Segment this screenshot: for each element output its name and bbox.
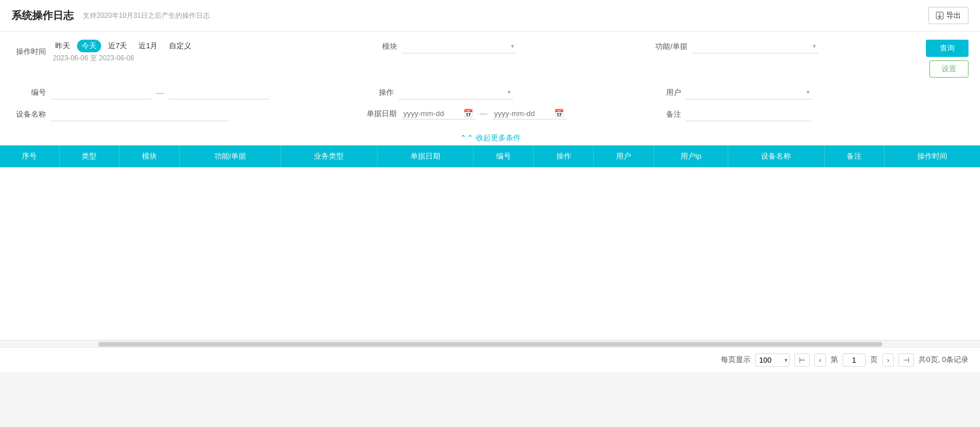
remark-input[interactable] xyxy=(686,107,812,121)
empty-row xyxy=(0,167,980,340)
voucher-date-filter-cell: 单据日期 📅 — 📅 xyxy=(359,107,629,120)
user-filter-cell: 用户 ▾ xyxy=(647,86,917,99)
time-btn-1month[interactable]: 近1月 xyxy=(134,40,162,52)
func-label: 功能/单据 xyxy=(653,41,687,52)
table-header-row: 序号类型模块功能/单据业务类型单据日期编号操作用户用户ip设备名称备注操作时间 xyxy=(0,145,980,167)
total-text: 共0页, 0条记录 xyxy=(918,355,969,365)
user-select-wrapper: ▾ xyxy=(686,86,812,99)
page-suffix: 页 xyxy=(870,355,878,365)
filter-row-1: 操作时间 昨天 今天 近7天 近1月 自定义 2023-06-06 至 2023… xyxy=(11,40,969,78)
first-page-button[interactable]: ⊢ xyxy=(794,353,810,367)
device-filter-cell: 设备名称 xyxy=(11,107,342,121)
page-header: 系统操作日志 支持2020年10月31日之后产生的操作日志 导出 xyxy=(0,0,980,32)
export-button[interactable]: 导出 xyxy=(928,7,969,24)
table-col-header: 序号 xyxy=(0,145,59,167)
scrollbar-area[interactable] xyxy=(0,340,980,347)
date-from-input[interactable] xyxy=(403,109,461,118)
module-select[interactable] xyxy=(402,40,517,53)
table-col-header: 用户 xyxy=(594,145,654,167)
operation-select-wrapper: ▾ xyxy=(398,86,513,99)
page-size-label: 每页显示 xyxy=(721,355,751,365)
remark-label: 备注 xyxy=(647,109,681,120)
collapse-row[interactable]: ⌃⌃ 收起更多条件 xyxy=(11,129,969,145)
func-select-wrapper: ▾ xyxy=(692,40,818,53)
table-col-header: 设备名称 xyxy=(728,145,824,167)
query-button[interactable]: 查询 xyxy=(926,40,969,57)
collapse-label: 收起更多条件 xyxy=(476,133,521,143)
operation-filter-cell: 操作 ▾ xyxy=(359,86,629,99)
user-select[interactable] xyxy=(686,86,812,99)
filter-section: 操作时间 昨天 今天 近7天 近1月 自定义 2023-06-06 至 2023… xyxy=(0,32,980,145)
pagination-bar: 每页显示 20 50 100 200 ▾ ⊢ ‹ 第 页 › ⊣ 共0页, 0条… xyxy=(0,347,980,372)
filter-row-2: 编号 — 操作 ▾ 用户 ▾ xyxy=(11,86,969,99)
time-label: 操作时间 xyxy=(11,47,46,57)
number-label: 编号 xyxy=(11,87,46,98)
next-page-button[interactable]: › xyxy=(882,353,894,367)
module-select-wrapper: ▾ xyxy=(402,40,517,53)
number-filter-cell: 编号 — xyxy=(11,86,342,99)
table-body xyxy=(0,167,980,340)
user-label: 用户 xyxy=(647,87,681,98)
number-dash: — xyxy=(156,89,164,97)
page-size-wrapper: 20 50 100 200 ▾ xyxy=(755,353,790,367)
page-size-select[interactable]: 20 50 100 200 xyxy=(755,353,790,367)
time-button-group: 昨天 今天 近7天 近1月 自定义 xyxy=(51,40,196,52)
date-to-wrapper: 📅 xyxy=(492,107,566,120)
empty-cell xyxy=(0,167,980,340)
collapse-chevron-icon: ⌃⌃ xyxy=(460,133,474,143)
device-label: 设备名称 xyxy=(11,109,46,120)
date-from-wrapper: 📅 xyxy=(401,107,475,120)
remark-filter-cell: 备注 xyxy=(647,107,917,121)
prev-page-button[interactable]: ‹ xyxy=(814,353,826,367)
func-filter-cell: 功能/单据 ▾ xyxy=(653,40,926,53)
scrollbar-thumb[interactable] xyxy=(98,342,882,347)
voucher-date-label: 单据日期 xyxy=(359,109,397,119)
export-label: 导出 xyxy=(946,10,961,21)
table-col-header: 编号 xyxy=(474,145,533,167)
date-to-input[interactable] xyxy=(494,109,552,118)
calendar-from-icon[interactable]: 📅 xyxy=(463,109,473,118)
number-input-to[interactable] xyxy=(168,86,270,99)
table-container: 序号类型模块功能/单据业务类型单据日期编号操作用户用户ip设备名称备注操作时间 xyxy=(0,145,980,340)
table-col-header: 模块 xyxy=(120,145,179,167)
operation-select[interactable] xyxy=(398,86,513,99)
calendar-to-icon[interactable]: 📅 xyxy=(554,109,564,118)
table-col-header: 功能/单据 xyxy=(179,145,280,167)
action-column: 查询 设置 xyxy=(926,40,969,78)
table-col-header: 操作 xyxy=(533,145,593,167)
time-filter-cell: 操作时间 昨天 今天 近7天 近1月 自定义 2023-06-06 至 2023… xyxy=(11,40,345,63)
table-col-header: 类型 xyxy=(59,145,119,167)
table-col-header: 备注 xyxy=(824,145,884,167)
settings-button[interactable]: 设置 xyxy=(929,60,969,78)
number-input-from[interactable] xyxy=(51,86,152,99)
time-range-text: 2023-06-06 至 2023-06-06 xyxy=(53,53,196,63)
table-col-header: 用户ip xyxy=(654,145,728,167)
page-title: 系统操作日志 xyxy=(11,9,74,22)
export-icon xyxy=(936,11,944,20)
module-filter-cell: 模块 ▾ xyxy=(363,40,636,53)
current-page-label: 第 xyxy=(831,355,838,365)
func-select[interactable] xyxy=(692,40,818,53)
date-dash: — xyxy=(480,109,487,118)
filter-row-3: 设备名称 单据日期 📅 — 📅 备注 xyxy=(11,107,969,121)
page-number-input[interactable] xyxy=(843,353,866,367)
operation-label: 操作 xyxy=(359,87,394,98)
last-page-button[interactable]: ⊣ xyxy=(898,353,914,367)
table-col-header: 单据日期 xyxy=(377,145,474,167)
page-subtitle: 支持2020年10月31日之后产生的操作日志 xyxy=(83,11,210,21)
table-header: 序号类型模块功能/单据业务类型单据日期编号操作用户用户ip设备名称备注操作时间 xyxy=(0,145,980,167)
table-col-header: 操作时间 xyxy=(884,145,980,167)
time-btn-7days[interactable]: 近7天 xyxy=(103,40,132,52)
device-input[interactable] xyxy=(51,107,229,121)
table-col-header: 业务类型 xyxy=(281,145,378,167)
time-btn-today[interactable]: 今天 xyxy=(77,40,101,52)
time-btn-custom[interactable]: 自定义 xyxy=(164,40,196,52)
time-btn-yesterday[interactable]: 昨天 xyxy=(51,40,75,52)
data-table: 序号类型模块功能/单据业务类型单据日期编号操作用户用户ip设备名称备注操作时间 xyxy=(0,145,980,340)
module-label: 模块 xyxy=(363,41,397,52)
